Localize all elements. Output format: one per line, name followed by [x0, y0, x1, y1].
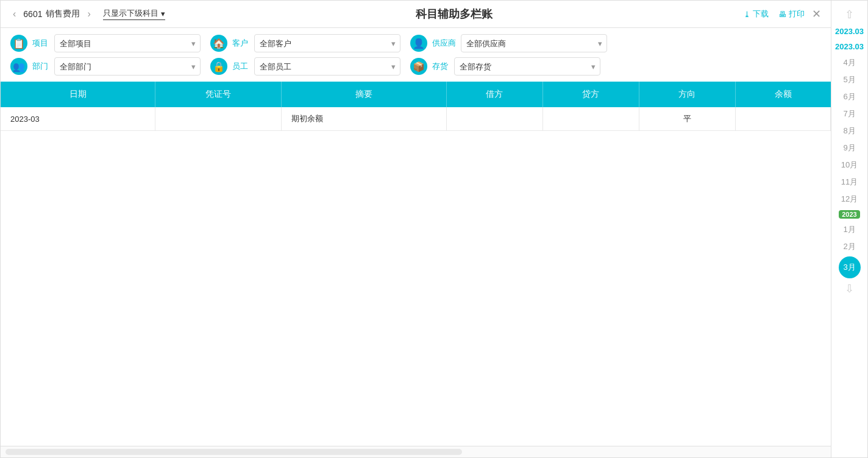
show-sub-filter[interactable]: 只显示下级科目 ▾	[103, 8, 165, 20]
dept-select-wrapper: 全部部门	[54, 57, 201, 76]
account-name: 销售费用	[46, 9, 80, 19]
filter-item-supplier: 👤 供应商 全部供应商	[410, 34, 607, 52]
print-icon: 🖶	[778, 10, 786, 19]
header-actions: ⤓ 下载 🖶 打印	[744, 9, 805, 19]
cell-summary: 期初余额	[282, 107, 446, 131]
sidebar-item-2[interactable]: 2月	[843, 238, 855, 255]
horizontal-scrollbar[interactable]	[5, 449, 462, 455]
sidebar-item-7[interactable]: 7月	[843, 105, 855, 122]
table-header-row: 日期 凭证号 摘要 借方 贷方 方向 余额	[1, 82, 831, 107]
header-bar: ‹ 6601 销售费用 › 只显示下级科目 ▾ 科目辅助多栏账 ⤓ 下载	[1, 1, 831, 28]
inventory-icon: 📦	[410, 58, 427, 75]
filter-area: 📋 项目 全部项目 🏠 客户 全部客户	[1, 28, 831, 82]
sidebar-item-2023-03-2[interactable]: 2023.03	[835, 39, 864, 54]
filter-item-dept: 👥 部门 全部部门	[10, 57, 201, 76]
supplier-icon: 👤	[410, 35, 427, 52]
filter-item-employee: 🔒 员工 全部员工	[210, 57, 400, 76]
dept-label: 部门	[32, 61, 49, 72]
dept-select[interactable]: 全部部门	[54, 57, 201, 76]
table-area: 日期 凭证号 摘要 借方 贷方 方向 余额 2023-03	[1, 82, 831, 446]
project-label: 项目	[32, 38, 49, 49]
sidebar-up-btn[interactable]: ⇧	[842, 5, 856, 24]
dropdown-arrow-icon: ▾	[161, 9, 165, 18]
cell-date: 2023-03	[1, 107, 155, 131]
sidebar-item-6[interactable]: 6月	[843, 88, 855, 105]
cell-direction: 平	[639, 107, 735, 131]
sidebar-item-9[interactable]: 9月	[843, 139, 855, 157]
sidebar-item-4[interactable]: 4月	[843, 54, 855, 71]
sidebar-item-8[interactable]: 8月	[843, 122, 855, 139]
close-btn[interactable]: ✕	[812, 7, 821, 21]
sidebar-down-btn[interactable]: ⇩	[842, 280, 856, 298]
filter-item-inventory: 📦 存货 全部存货	[410, 57, 600, 76]
col-credit: 贷方	[542, 82, 639, 107]
col-direction: 方向	[639, 82, 735, 107]
page-title: 科目辅助多栏账	[165, 7, 744, 21]
year-badge: 2023	[839, 209, 859, 220]
cell-balance	[735, 107, 830, 131]
employee-label: 员工	[232, 61, 249, 72]
inventory-select[interactable]: 全部存货	[454, 57, 600, 76]
customer-label: 客户	[232, 38, 249, 49]
project-select[interactable]: 全部项目	[54, 34, 201, 52]
employee-select[interactable]: 全部员工	[254, 57, 400, 76]
col-date: 日期	[1, 82, 155, 107]
print-btn[interactable]: 🖶 打印	[778, 9, 805, 19]
main-content: ‹ 6601 销售费用 › 只显示下级科目 ▾ 科目辅助多栏账 ⤓ 下载	[1, 1, 831, 457]
sidebar-item-1[interactable]: 1月	[843, 221, 855, 238]
employee-icon: 🔒	[210, 58, 227, 75]
supplier-select-wrapper: 全部供应商	[461, 34, 607, 52]
project-icon: 📋	[10, 35, 27, 52]
table-row: 2023-03 期初余额 平	[1, 107, 831, 131]
customer-icon: 🏠	[210, 35, 227, 52]
prev-account-btn[interactable]: ‹	[10, 9, 18, 19]
col-debit: 借方	[446, 82, 542, 107]
filter-item-customer: 🏠 客户 全部客户	[210, 34, 400, 52]
month-sidebar: ⇧ 2023.03 2023.03 4月 5月 6月 7月 8月 9月 10月 …	[831, 1, 867, 457]
data-table: 日期 凭证号 摘要 借方 贷方 方向 余额 2023-03	[1, 82, 831, 131]
col-summary: 摘要	[282, 82, 446, 107]
sidebar-item-12[interactable]: 12月	[841, 191, 858, 208]
project-select-wrapper: 全部项目	[54, 34, 201, 52]
table-container: 日期 凭证号 摘要 借方 贷方 方向 余额 2023-03	[1, 82, 831, 131]
account-code-display: 6601 销售费用	[23, 9, 80, 19]
employee-select-wrapper: 全部员工	[254, 57, 400, 76]
cell-voucher	[155, 107, 282, 131]
show-sub-label[interactable]: 只显示下级科目 ▾	[103, 8, 165, 20]
main-window: ⇧ 2023.03 2023.03 4月 5月 6月 7月 8月 9月 10月 …	[0, 0, 868, 458]
customer-select-wrapper: 全部客户	[254, 34, 400, 52]
supplier-select[interactable]: 全部供应商	[461, 34, 607, 52]
cell-credit	[542, 107, 639, 131]
sidebar-item-2023-03-1[interactable]: 2023.03	[835, 24, 864, 39]
col-balance: 余额	[735, 82, 830, 107]
next-account-btn[interactable]: ›	[85, 9, 93, 19]
cell-debit	[446, 107, 542, 131]
download-btn[interactable]: ⤓ 下载	[744, 9, 769, 19]
sidebar-item-3-active[interactable]: 3月	[839, 256, 861, 278]
sidebar-item-11[interactable]: 11月	[841, 174, 858, 191]
filter-row-1: 📋 项目 全部项目 🏠 客户 全部客户	[10, 34, 821, 52]
dept-icon: 👥	[10, 58, 27, 75]
filter-row-2: 👥 部门 全部部门 🔒 员工 全部员工	[10, 57, 821, 76]
sidebar-item-5[interactable]: 5月	[843, 71, 855, 88]
table-body: 2023-03 期初余额 平	[1, 107, 831, 131]
download-icon: ⤓	[744, 10, 750, 19]
col-voucher: 凭证号	[155, 82, 282, 107]
scrollbar-area	[1, 446, 831, 457]
supplier-label: 供应商	[432, 38, 456, 49]
filter-item-project: 📋 项目 全部项目	[10, 34, 201, 52]
account-code: 6601	[23, 9, 42, 19]
inventory-select-wrapper: 全部存货	[454, 57, 600, 76]
inventory-label: 存货	[432, 61, 449, 72]
customer-select[interactable]: 全部客户	[254, 34, 400, 52]
sidebar-item-10[interactable]: 10月	[841, 157, 858, 174]
